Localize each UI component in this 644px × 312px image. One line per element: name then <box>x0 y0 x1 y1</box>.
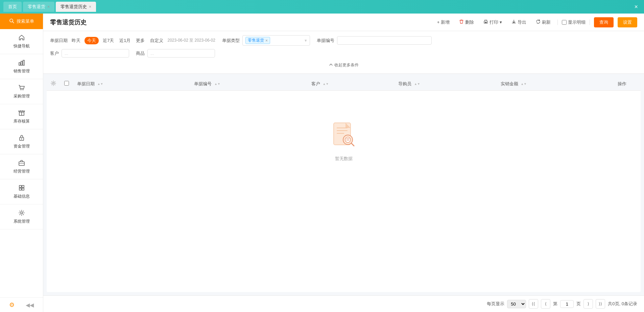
settings-button[interactable]: 设置 <box>618 17 637 27</box>
tab-retail-return[interactable]: 零售退货 × <box>23 2 54 12</box>
th-doc-date[interactable]: 单据日期 ▲▼ <box>73 77 190 91</box>
date-filter-label: 单据日期 <box>50 38 68 44</box>
query-button[interactable]: 查询 <box>594 17 614 27</box>
sidebar-item-quick-nav[interactable]: 快捷导航 <box>0 29 43 54</box>
th-customer-label: 客户 <box>311 81 320 86</box>
lock-icon <box>18 134 25 141</box>
tab-retail-return-history-close[interactable]: × <box>89 4 91 9</box>
goods-input[interactable] <box>147 49 215 58</box>
header-actions: + 新增 删除 <box>434 17 637 27</box>
sidebar-item-operations[interactable]: 经营管理 <box>0 154 43 179</box>
print-label: 打印 <box>490 19 498 25</box>
delete-label: 删除 <box>465 19 474 25</box>
export-icon <box>511 19 516 25</box>
filter-row-2: 客户 商品 <box>50 49 637 58</box>
sidebar-item-basic-info[interactable]: 基础信息 <box>0 179 43 204</box>
page-prev-button[interactable]: ⟨ <box>541 299 550 309</box>
action-divider-2 <box>590 20 590 25</box>
date-opt-more[interactable]: 更多 <box>135 37 146 44</box>
page-next-button[interactable]: ⟩ <box>583 299 593 309</box>
refresh-button[interactable]: 刷新 <box>533 18 553 27</box>
date-range-display: 2023-06-02 至 2023-06-02 <box>167 38 215 43</box>
sidebar-bottom: ⚙ ◀◀ <box>0 297 43 312</box>
export-button[interactable]: 导出 <box>509 18 529 27</box>
th-doc-number-label: 单据编号 <box>194 81 212 86</box>
th-action-label: 操作 <box>618 81 626 86</box>
page-input[interactable] <box>560 300 574 308</box>
date-opt-last7[interactable]: 近7天 <box>101 37 115 44</box>
tab-retail-return-history[interactable]: 零售退货历史 × <box>56 2 96 12</box>
table-container: 单据日期 ▲▼ 单据编号 ▲▼ 客户 ▲▼ 导购员 <box>47 77 641 292</box>
sidebar-item-sales-mgmt-label: 销售管理 <box>14 68 30 74</box>
box-icon <box>18 109 25 116</box>
th-customer[interactable]: 客户 ▲▼ <box>307 77 395 91</box>
svg-point-6 <box>22 89 23 90</box>
gear-icon[interactable] <box>51 82 56 87</box>
goods-label: 商品 <box>136 50 145 57</box>
th-action: 操作 <box>614 77 641 91</box>
search-icon <box>9 18 15 25</box>
sort-icons-amount: ▲▼ <box>521 83 527 86</box>
print-button[interactable]: 打印 ▾ <box>481 18 505 27</box>
filter-row-1: 单据日期 昨天 今天 近7天 近1月 更多 自定义 2023-06-02 至 2… <box>50 35 637 46</box>
tab-retail-return-close[interactable]: × <box>47 4 50 9</box>
home-icon <box>18 34 25 41</box>
date-opt-custom[interactable]: 自定义 <box>149 37 165 44</box>
doc-number-input[interactable] <box>337 36 432 45</box>
window-close-button[interactable]: × <box>631 3 641 10</box>
settings-icon <box>18 209 25 217</box>
empty-icon <box>327 118 361 152</box>
doc-type-tag: 零售退货 × <box>245 37 270 44</box>
delete-button[interactable]: 删除 <box>456 18 477 27</box>
page-last-button[interactable]: ⟩⟩ <box>596 299 605 309</box>
tab-home-label: 首页 <box>8 4 17 10</box>
page-first-button[interactable]: ⟨⟨ <box>529 299 538 309</box>
sidebar-item-sales-mgmt[interactable]: 销售管理 <box>0 54 43 79</box>
sidebar-item-purchase-mgmt[interactable]: 采购管理 <box>0 79 43 104</box>
doc-type-select[interactable]: 零售退货 × ▾ <box>242 35 310 46</box>
export-label: 导出 <box>518 19 526 25</box>
sidebar-item-finance[interactable]: 资金管理 <box>0 129 43 154</box>
sidebar-search[interactable]: 搜索菜单 <box>0 14 43 29</box>
table-body: 暂无数据 <box>47 91 641 189</box>
sidebar-settings-icon[interactable]: ⚙ <box>9 301 15 309</box>
svg-rect-16 <box>22 185 24 187</box>
pagination-bar: 每页显示 10 20 50 100 ⟨⟨ ⟨ 第 页 ⟩ ⟩⟩ 共0页, 0条记… <box>43 295 644 312</box>
show-detail-input[interactable] <box>562 20 567 25</box>
th-gear[interactable] <box>47 77 60 91</box>
date-opt-today[interactable]: 今天 <box>85 37 99 44</box>
doc-type-label: 单据类型 <box>222 38 240 44</box>
goods-filter: 商品 <box>136 49 215 58</box>
collapse-button[interactable]: 收起更多条件 <box>50 61 637 69</box>
print-icon <box>483 19 488 25</box>
select-all-checkbox[interactable] <box>64 81 69 86</box>
show-detail-checkbox[interactable]: 显示明细 <box>562 19 586 25</box>
sidebar-collapse-icon[interactable]: ◀◀ <box>26 302 34 308</box>
svg-rect-21 <box>485 22 487 23</box>
svg-line-1 <box>13 22 14 23</box>
doc-type-tag-close[interactable]: × <box>265 38 268 43</box>
date-opt-last-month[interactable]: 近1月 <box>118 37 132 44</box>
sidebar-item-system-mgmt[interactable]: 系统管理 <box>0 204 43 229</box>
th-amount[interactable]: 实销金额 ▲▼ <box>497 77 614 91</box>
th-doc-date-label: 单据日期 <box>77 81 95 86</box>
page-header: 零售退货历史 + 新增 删除 <box>43 14 644 31</box>
delete-icon <box>459 19 464 25</box>
svg-rect-18 <box>22 188 24 190</box>
customer-input[interactable] <box>62 49 129 58</box>
sidebar-item-inventory[interactable]: 库存核算 <box>0 104 43 129</box>
th-guide[interactable]: 导购员 ▲▼ <box>394 77 496 91</box>
tab-home[interactable]: 首页 <box>3 2 22 12</box>
new-button[interactable]: + 新增 <box>434 18 452 27</box>
svg-point-5 <box>20 89 21 90</box>
page-unit: 页 <box>576 301 581 307</box>
content-area: 零售退货历史 + 新增 删除 <box>43 14 644 312</box>
th-doc-number[interactable]: 单据编号 ▲▼ <box>190 77 307 91</box>
svg-rect-2 <box>19 63 20 65</box>
sidebar-item-finance-label: 资金管理 <box>14 143 30 149</box>
page-size-select[interactable]: 10 20 50 100 <box>507 300 526 308</box>
th-checkbox[interactable] <box>60 77 73 91</box>
sort-icons-doc-date: ▲▼ <box>97 83 103 86</box>
th-amount-label: 实销金额 <box>501 81 518 86</box>
date-opt-yesterday[interactable]: 昨天 <box>70 37 82 44</box>
